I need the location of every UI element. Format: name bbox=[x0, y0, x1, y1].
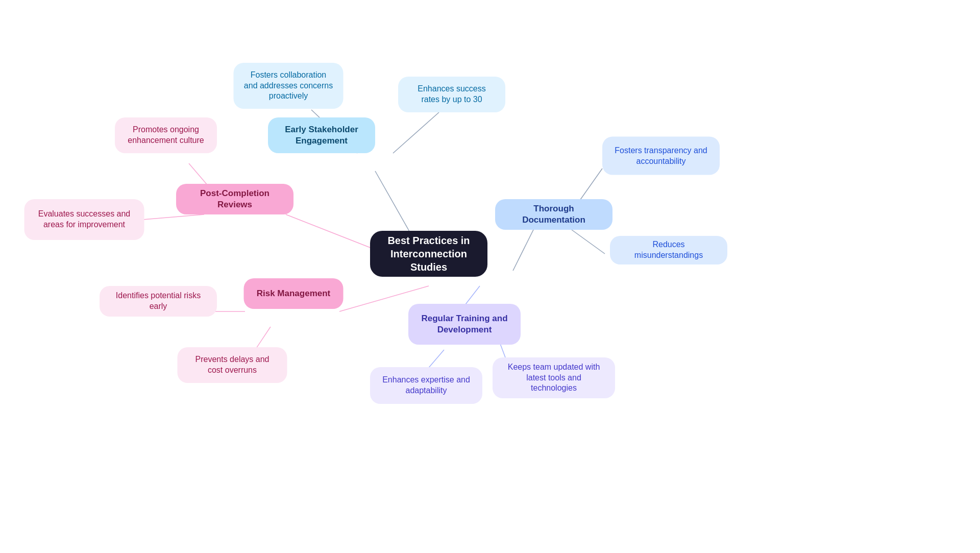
early-stakeholder-label: Early Stakeholder Engagement bbox=[278, 124, 365, 147]
fosters-transparency-label: Fosters transparency and accountability bbox=[612, 145, 709, 166]
evaluates-successes-node: Evaluates successes and areas for improv… bbox=[24, 199, 144, 240]
center-label: Best Practices in Interconnection Studie… bbox=[380, 234, 477, 274]
identifies-risks-label: Identifies potential risks early bbox=[110, 291, 207, 312]
svg-line-5 bbox=[143, 214, 204, 220]
promotes-ongoing-label: Promotes ongoing enhancement culture bbox=[125, 125, 207, 146]
enhances-expertise-label: Enhances expertise and adaptability bbox=[380, 375, 472, 396]
post-completion-node: Post-Completion Reviews bbox=[176, 184, 293, 214]
thorough-doc-node: Thorough Documentation bbox=[495, 199, 612, 230]
svg-line-11 bbox=[572, 230, 605, 254]
evaluates-successes-label: Evaluates successes and areas for improv… bbox=[35, 209, 134, 230]
svg-line-13 bbox=[429, 350, 444, 368]
keeps-team-node: Keeps team updated with latest tools and… bbox=[493, 357, 615, 398]
fosters-collab-node: Fosters collaboration and addresses conc… bbox=[234, 63, 344, 109]
enhances-success-label: Enhances success rates by up to 30 bbox=[408, 84, 495, 105]
keeps-team-label: Keeps team updated with latest tools and… bbox=[503, 362, 605, 394]
svg-line-9 bbox=[513, 225, 536, 271]
promotes-ongoing-node: Promotes ongoing enhancement culture bbox=[115, 117, 217, 153]
center-node: Best Practices in Interconnection Studie… bbox=[370, 231, 487, 277]
svg-line-2 bbox=[393, 112, 439, 153]
reduces-misunderstandings-node: Reduces misunderstandings bbox=[610, 236, 727, 265]
post-completion-label: Post-Completion Reviews bbox=[186, 188, 283, 210]
early-stakeholder-node: Early Stakeholder Engagement bbox=[268, 117, 375, 153]
enhances-expertise-node: Enhances expertise and adaptability bbox=[370, 367, 482, 404]
regular-training-label: Regular Training and Development bbox=[419, 313, 510, 335]
risk-management-node: Risk Management bbox=[244, 278, 344, 309]
risk-management-label: Risk Management bbox=[257, 288, 331, 299]
reduces-misunderstandings-label: Reduces misunderstandings bbox=[620, 239, 717, 261]
identifies-risks-node: Identifies potential risks early bbox=[100, 286, 217, 317]
thorough-doc-label: Thorough Documentation bbox=[505, 203, 602, 226]
fosters-transparency-node: Fosters transparency and accountability bbox=[602, 137, 720, 175]
regular-training-node: Regular Training and Development bbox=[408, 304, 521, 345]
fosters-collab-label: Fosters collaboration and addresses conc… bbox=[244, 70, 333, 102]
prevents-delays-node: Prevents delays and cost overruns bbox=[178, 347, 287, 383]
prevents-delays-label: Prevents delays and cost overruns bbox=[188, 354, 277, 376]
enhances-success-node: Enhances success rates by up to 30 bbox=[398, 77, 505, 112]
